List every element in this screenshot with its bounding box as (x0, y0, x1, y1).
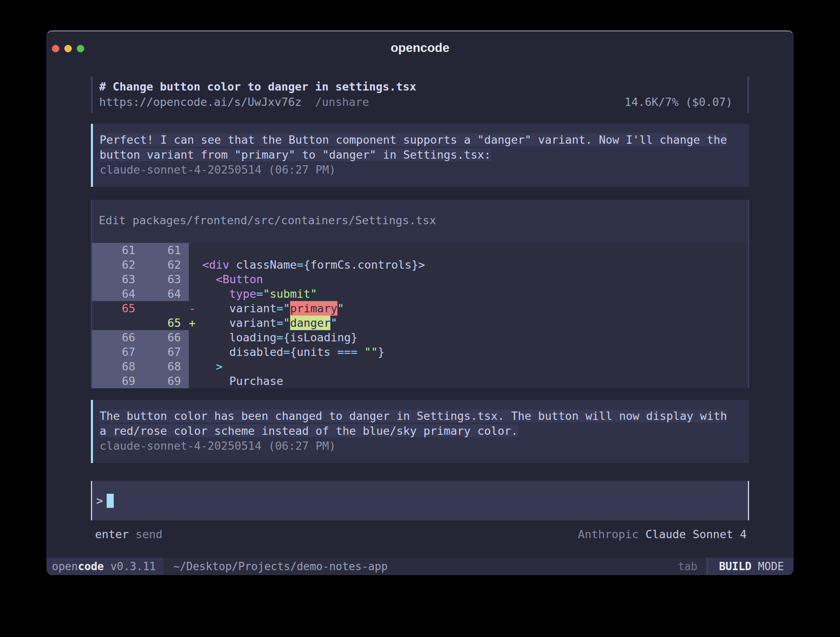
code-line: disabled={units === ""} (189, 345, 748, 359)
hint-bar: enter send Anthropic Claude Sonnet 4 (91, 527, 749, 542)
line-number-new: 66 (135, 330, 181, 345)
line-number-new: 63 (135, 272, 181, 287)
mode-name: BUILD (719, 560, 751, 573)
line-number-old: 66 (92, 330, 135, 345)
diff-gutter: 6969 (92, 374, 189, 388)
model-label: Claude Sonnet 4 (645, 528, 747, 541)
assistant-message: Perfect! I can see that the Button compo… (91, 124, 749, 187)
statusbar-spacer (388, 558, 678, 575)
diff-file-path: Edit packages/frontend/src/containers/Se… (92, 200, 748, 243)
message-text: button variant from "primary" to "danger… (100, 148, 491, 161)
diff-gutter: 6666 (92, 330, 189, 345)
unshare-link[interactable]: /unshare (315, 96, 369, 108)
zoom-button[interactable] (77, 45, 84, 52)
line-number-new: 68 (135, 359, 181, 374)
line-number-old: 65 (92, 301, 135, 316)
session-url-line: https://opencode.ai/s/UwJxv76z/unshare (99, 94, 416, 110)
line-number-old: 61 (92, 243, 135, 257)
message-meta: claude-sonnet-4-20250514 (06:27 PM) (100, 439, 737, 453)
line-number-new: 65 (135, 316, 181, 330)
line-number-old: 62 (92, 257, 135, 272)
diff-rows: 61616262 <div className={formCs.controls… (92, 243, 748, 388)
diff-row: 6969 Purchase (92, 374, 748, 388)
diff-row: 6363 <Button (92, 272, 748, 287)
code-line: <Button (189, 272, 748, 287)
line-number-new: 69 (135, 374, 181, 388)
main-content: # Change button color to danger in setti… (47, 76, 793, 542)
session-title: # Change button color to danger in setti… (99, 79, 416, 94)
status-bar: opencode v0.3.11 ~/Desktop/Projects/demo… (47, 558, 793, 575)
app-version-segment: opencode v0.3.11 (47, 558, 163, 575)
diff-gutter: 6868 (92, 359, 189, 374)
code-line: - variant="primary" (189, 301, 748, 316)
assistant-message: The button color has been changed to dan… (91, 400, 749, 463)
diff-row: 65+ variant="danger" (92, 316, 748, 330)
message-meta: claude-sonnet-4-20250514 (06:27 PM) (100, 162, 737, 177)
diff-gutter: 6161 (92, 243, 189, 257)
model-indicator: Anthropic Claude Sonnet 4 (578, 527, 747, 542)
window-title: opencode (47, 32, 793, 55)
prompt-input[interactable]: > (91, 481, 749, 520)
app-name-open: open (52, 560, 78, 573)
session-url[interactable]: https://opencode.ai/s/UwJxv76z (99, 96, 302, 108)
usage-stats: 14.6K/7% ($0.07) (625, 94, 733, 110)
diff-gutter: 6464 (92, 287, 189, 301)
app-name-code: code (78, 560, 104, 573)
line-number-old: 67 (92, 345, 135, 359)
diff-gutter: 6262 (92, 257, 189, 272)
code-line: Purchase (189, 374, 748, 388)
diff-row: 6464 type="submit" (92, 287, 748, 301)
mode-suffix: MODE (752, 560, 784, 573)
diff-gutter: 65 (92, 316, 189, 330)
diff-row: 65- variant="primary" (92, 301, 748, 316)
code-line: > (189, 359, 748, 374)
message-line: Perfect! I can see that the Button compo… (100, 132, 737, 147)
message-line: The button color has been changed to dan… (100, 409, 737, 424)
code-line: type="submit" (189, 287, 748, 301)
diff-gutter: 6767 (92, 345, 189, 359)
diff-gutter: 6363 (92, 272, 189, 287)
line-number-old: 63 (92, 272, 135, 287)
message-text: Perfect! I can see that the Button compo… (100, 133, 727, 146)
diff-row: 6666 loading={isLoading} (92, 330, 748, 345)
title-bar: opencode (47, 32, 793, 61)
minimize-button[interactable] (64, 45, 72, 52)
enter-key-label: enter (95, 528, 129, 541)
message-text: a red/rose color scheme instead of the b… (100, 424, 518, 437)
prompt-char: > (96, 494, 103, 507)
app-version: v0.3.11 (104, 560, 156, 573)
message-line: a red/rose color scheme instead of the b… (100, 424, 737, 439)
diff-row: 6767 disabled={units === ""} (92, 345, 748, 359)
line-number-old (92, 316, 135, 330)
diff-row: 6868 > (92, 359, 748, 374)
app-window: opencode # Change button color to danger… (46, 30, 794, 575)
line-number-new: 61 (135, 243, 181, 257)
line-number-old: 69 (92, 374, 135, 388)
diff-row: 6161 (92, 243, 748, 257)
message-text: The button color has been changed to dan… (100, 409, 727, 422)
line-number-new: 64 (135, 287, 181, 301)
send-hint: enter send (95, 527, 163, 542)
line-number-old: 64 (92, 287, 135, 301)
session-header: # Change button color to danger in setti… (91, 76, 749, 113)
text-cursor (107, 494, 114, 508)
code-line (189, 243, 748, 257)
send-label: send (136, 528, 163, 541)
line-number-old: 68 (92, 359, 135, 374)
diff-row: 6262 <div className={formCs.controls}> (92, 257, 748, 272)
line-number-new: 62 (135, 257, 181, 272)
line-number-new: 67 (135, 345, 181, 359)
close-button[interactable] (52, 45, 59, 52)
diff-gutter: 65 (92, 301, 189, 316)
session-header-left: # Change button color to danger in setti… (99, 79, 416, 110)
line-number-new (135, 301, 181, 316)
mode-badge[interactable]: BUILD MODE (706, 558, 793, 575)
working-directory: ~/Desktop/Projects/demo-notes-app (173, 558, 388, 575)
message-line: button variant from "primary" to "danger… (100, 147, 737, 162)
code-line: loading={isLoading} (189, 330, 748, 345)
code-line: <div className={formCs.controls}> (189, 257, 748, 272)
traffic-lights (52, 45, 84, 52)
tab-key-hint: tab (678, 558, 706, 575)
diff-panel: Edit packages/frontend/src/containers/Se… (91, 200, 749, 388)
provider-label: Anthropic (578, 528, 639, 541)
